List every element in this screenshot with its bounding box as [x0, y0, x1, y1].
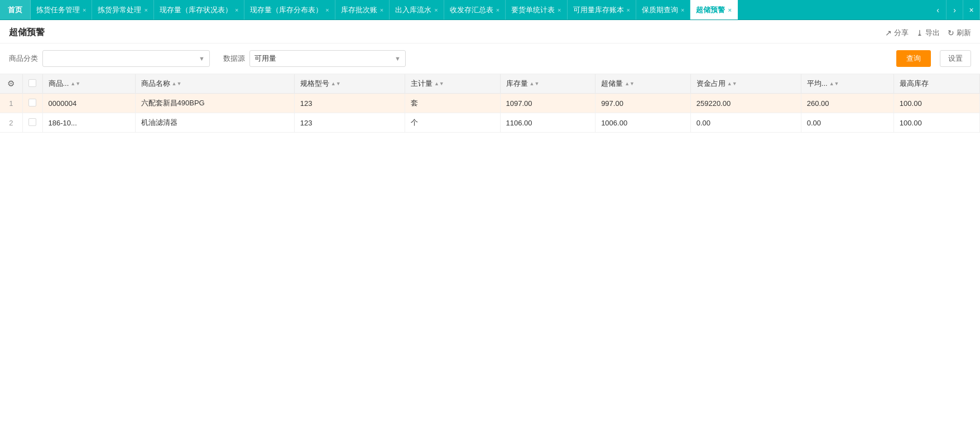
column-settings-icon[interactable]: ⚙	[7, 79, 15, 88]
nav-close-arrow[interactable]: ×	[963, 0, 980, 20]
export-icon: ⤓	[916, 28, 923, 37]
row-name-cell: 六配套新昌490BPG	[135, 94, 294, 113]
sort-icon-overstock[interactable]: ▲▼	[624, 81, 635, 86]
tab-close-btn-10[interactable]: ×	[728, 7, 731, 13]
query-button[interactable]: 查询	[896, 50, 931, 67]
tab-close-btn-6[interactable]: ×	[496, 7, 499, 13]
nav-tab-8[interactable]: 可用量库存账本×	[568, 0, 636, 20]
row-maxstock-cell: 100.00	[893, 113, 979, 133]
category-select-value	[47, 55, 50, 63]
row-index: 2	[9, 119, 13, 127]
tab-close-btn-1[interactable]: ×	[144, 7, 147, 13]
row-checkbox-cell	[22, 94, 42, 113]
nav-tab-5[interactable]: 出入库流水×	[390, 0, 444, 20]
share-button[interactable]: ↗ 分享	[885, 28, 909, 38]
tab-close-btn-4[interactable]: ×	[380, 7, 383, 13]
row-avg-cell: 0.00	[801, 113, 893, 133]
tab-close-btn-8[interactable]: ×	[627, 7, 630, 13]
tab-close-btn-3[interactable]: ×	[325, 7, 329, 13]
category-select[interactable]: ▼	[42, 50, 210, 67]
nav-tab-9[interactable]: 保质期查询×	[636, 0, 690, 20]
tab-close-btn-7[interactable]: ×	[558, 7, 561, 13]
nav-next-arrow[interactable]: ›	[947, 0, 963, 20]
col-header-avg: 平均... ▲▼	[801, 74, 893, 94]
col-header-overstock: 超储量 ▲▼	[595, 74, 691, 94]
row-code-cell: 0000004	[42, 94, 135, 113]
datasource-select-arrow: ▼	[395, 55, 401, 62]
col-header-capital: 资金占用 ▲▼	[690, 74, 801, 94]
row-overstock-cell: 1006.00	[595, 113, 691, 133]
category-label: 商品分类	[9, 54, 38, 64]
category-filter-group: 商品分类 ▼	[9, 50, 210, 67]
nav-tab-1[interactable]: 拣货异常处理×	[92, 0, 153, 20]
nav-bar: 首页 拣货任务管理×拣货异常处理×现存量（库存状况表）×现存量（库存分布表）×库…	[0, 0, 980, 20]
category-select-arrow: ▼	[199, 55, 205, 62]
sort-icon-avg[interactable]: ▲▼	[829, 81, 839, 86]
page-header: 超储预警 ↗ 分享 ⤓ 导出 ↻ 刷新	[0, 20, 980, 43]
nav-tab-4[interactable]: 库存批次账×	[335, 0, 390, 20]
page-container: 超储预警 ↗ 分享 ⤓ 导出 ↻ 刷新 商品分类 ▼ 数据源	[0, 20, 980, 446]
row-capital-cell: 259220.00	[690, 94, 801, 113]
row-overstock-cell: 997.00	[595, 94, 691, 113]
nav-right-section: ‹ › ×	[930, 0, 980, 20]
col-header-maxstock: 最高库存	[893, 74, 979, 94]
row-unit-cell: 套	[405, 94, 500, 113]
sort-icon-unit[interactable]: ▲▼	[434, 81, 444, 86]
col-header-checkbox	[22, 74, 42, 94]
row-unit-cell: 个	[405, 113, 500, 133]
row-settings-cell: 1	[0, 94, 22, 113]
export-button[interactable]: ⤓ 导出	[916, 28, 940, 38]
sort-icon-stock[interactable]: ▲▼	[530, 81, 540, 86]
sort-icon-code[interactable]: ▲▼	[70, 81, 80, 86]
datasource-select-value: 可用量	[254, 54, 276, 64]
row-spec-cell: 123	[294, 94, 405, 113]
row-checkbox[interactable]	[28, 99, 36, 106]
row-spec-cell: 123	[294, 113, 405, 133]
row-capital-cell: 0.00	[690, 113, 801, 133]
data-table: ⚙ 商品... ▲▼ 商品名称 ▲▼	[0, 74, 980, 133]
row-checkbox-cell	[22, 113, 42, 133]
datasource-select[interactable]: 可用量 ▼	[249, 50, 406, 67]
col-header-stock: 库存量 ▲▼	[500, 74, 595, 94]
tab-close-btn-2[interactable]: ×	[235, 7, 238, 13]
row-code-cell: 186-10...	[42, 113, 135, 133]
table-row: 1 0000004 六配套新昌490BPG 123 套 1097.00 997.…	[0, 94, 980, 113]
row-index: 1	[9, 99, 13, 108]
header-actions: ↗ 分享 ⤓ 导出 ↻ 刷新	[885, 28, 971, 38]
table-container: ⚙ 商品... ▲▼ 商品名称 ▲▼	[0, 74, 980, 133]
datasource-label: 数据源	[223, 54, 245, 64]
row-name-cell: 机油滤清器	[135, 113, 294, 133]
nav-tab-3[interactable]: 现存量（库存分布表）×	[244, 0, 335, 20]
select-all-checkbox[interactable]	[28, 79, 36, 87]
datasource-filter-group: 数据源 可用量 ▼	[223, 50, 406, 67]
tab-close-btn-9[interactable]: ×	[681, 7, 684, 13]
share-icon: ↗	[885, 28, 892, 37]
nav-tab-6[interactable]: 收发存汇总表×	[444, 0, 506, 20]
row-checkbox[interactable]	[28, 118, 36, 126]
col-header-code: 商品... ▲▼	[42, 74, 135, 94]
tab-close-btn-5[interactable]: ×	[434, 7, 438, 13]
row-avg-cell: 260.00	[801, 94, 893, 113]
row-settings-cell: 2	[0, 113, 22, 133]
nav-tab-0[interactable]: 拣货任务管理×	[31, 0, 92, 20]
tab-close-btn-0[interactable]: ×	[83, 7, 86, 13]
nav-tab-10[interactable]: 超储预警×	[690, 0, 737, 20]
refresh-icon: ↻	[948, 28, 954, 37]
filter-row: 商品分类 ▼ 数据源 可用量 ▼ 查询 设置	[0, 43, 980, 74]
row-stock-cell: 1097.00	[500, 94, 595, 113]
nav-tab-7[interactable]: 要货单统计表×	[506, 0, 567, 20]
nav-home[interactable]: 首页	[0, 0, 31, 20]
settings-button[interactable]: 设置	[940, 50, 971, 67]
nav-tab-2[interactable]: 现存量（库存状况表）×	[154, 0, 244, 20]
refresh-button[interactable]: ↻ 刷新	[948, 28, 971, 38]
sort-icon-name[interactable]: ▲▼	[172, 81, 182, 86]
sort-icon-capital[interactable]: ▲▼	[727, 81, 737, 86]
row-stock-cell: 1106.00	[500, 113, 595, 133]
nav-prev-arrow[interactable]: ‹	[930, 0, 947, 20]
col-header-unit: 主计量 ▲▼	[405, 74, 500, 94]
page-title: 超储预警	[9, 27, 45, 38]
table-row: 2 186-10... 机油滤清器 123 个 1106.00 1006.00 …	[0, 113, 980, 133]
sort-icon-spec[interactable]: ▲▼	[331, 81, 341, 86]
col-header-settings: ⚙	[0, 74, 22, 94]
row-maxstock-cell: 100.00	[893, 94, 979, 113]
